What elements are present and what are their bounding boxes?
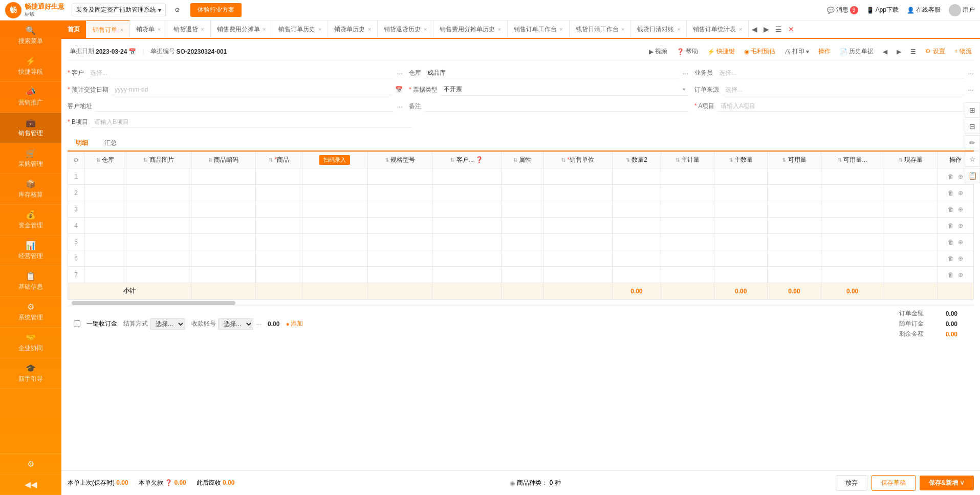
- history-btn[interactable]: 📄 历史单据: [838, 46, 876, 57]
- warehouse-input[interactable]: [424, 68, 679, 78]
- save-draft-btn[interactable]: 保存草稿: [872, 475, 916, 491]
- sidebar-item-business[interactable]: 📊 经营管理: [0, 235, 61, 266]
- app-download-item[interactable]: 📱 App下载: [866, 6, 899, 14]
- tab-close-icon[interactable]: ×: [201, 27, 204, 32]
- sidebar-item-guide[interactable]: 🎓 新手引导: [0, 358, 61, 389]
- cell-qty2[interactable]: [613, 168, 661, 185]
- cell-warehouse[interactable]: [84, 168, 126, 185]
- cell-customer-code[interactable]: [432, 168, 502, 185]
- settings-icon[interactable]: ⚙: [169, 2, 185, 18]
- copy-icon[interactable]: ⊕: [958, 255, 963, 262]
- copy-icon[interactable]: ⊕: [958, 271, 963, 278]
- tab-sales-order[interactable]: 销售订单 ×: [86, 20, 130, 38]
- th-image[interactable]: ⇅ 商品图片: [126, 152, 191, 168]
- form-settings-btn[interactable]: ⚙ 设置: [923, 46, 947, 57]
- tab-close-icon[interactable]: ×: [560, 27, 563, 32]
- save-new-btn[interactable]: 保存&新增 ∨: [920, 476, 974, 490]
- tab-detail[interactable]: 明细: [68, 136, 96, 152]
- tab-return-history[interactable]: 销货退货历史 ×: [378, 20, 433, 38]
- b-project-input[interactable]: [91, 117, 412, 127]
- delivery-input[interactable]: [112, 84, 392, 95]
- address-expand-btn[interactable]: ···: [397, 102, 403, 111]
- shortcut-btn[interactable]: ⚡ 快捷键: [705, 46, 737, 57]
- a-project-input[interactable]: [717, 101, 974, 112]
- order-source-input[interactable]: [722, 84, 965, 95]
- th-available[interactable]: ⇅ 可用量: [768, 152, 821, 168]
- delete-icon[interactable]: 🗑: [948, 255, 954, 262]
- tab-close-icon[interactable]: ×: [318, 27, 321, 32]
- list-view-btn[interactable]: ☰: [908, 47, 918, 56]
- copy-icon[interactable]: ⊕: [958, 206, 963, 213]
- tab-close-all-btn[interactable]: ✕: [785, 20, 797, 38]
- account-select[interactable]: 选择...: [218, 318, 253, 330]
- print-btn[interactable]: 🖨 打印 ▾: [782, 46, 811, 57]
- sidebar-item-nav[interactable]: ⚡ 快捷导航: [0, 51, 61, 82]
- table-scrollbar[interactable]: [68, 299, 974, 306]
- cell-action[interactable]: 🗑 ⊕: [937, 234, 973, 250]
- industry-btn[interactable]: 体验行业方案: [190, 3, 242, 17]
- video-btn[interactable]: ▶ 视频: [647, 46, 669, 57]
- cell-code[interactable]: [191, 168, 256, 185]
- remark-input[interactable]: [424, 101, 688, 112]
- th-main-qty[interactable]: ⇅ 主数量: [714, 152, 768, 168]
- th-customer-code[interactable]: ⇅ 客户... ❓: [432, 152, 502, 168]
- sidebar-item-settings[interactable]: ⚙: [0, 454, 61, 475]
- user-item[interactable]: 用户: [949, 4, 975, 16]
- add-col-btn[interactable]: + 物流: [952, 46, 974, 57]
- th-warehouse[interactable]: ⇅ 仓库: [84, 152, 126, 168]
- prev-record-btn[interactable]: ◀: [881, 47, 889, 56]
- cell-scan[interactable]: [302, 168, 368, 185]
- th-main-unit[interactable]: ⇅ 主计量: [661, 152, 714, 168]
- cell-action[interactable]: 🗑 ⊕: [937, 185, 973, 201]
- cell-main-unit[interactable]: [661, 168, 714, 185]
- scan-btn[interactable]: 扫码录入: [319, 155, 350, 165]
- tab-close-icon[interactable]: ×: [368, 27, 371, 32]
- cell-action[interactable]: 🗑 ⊕: [937, 218, 973, 234]
- right-tool-1[interactable]: ⊞: [965, 102, 980, 118]
- sidebar-item-finance[interactable]: 💰 资金管理: [0, 205, 61, 235]
- tab-close-icon[interactable]: ×: [677, 27, 680, 32]
- sidebar-item-inventory[interactable]: 📦 库存核算: [0, 174, 61, 205]
- th-scan[interactable]: 扫码录入: [302, 152, 368, 168]
- cell-stock[interactable]: [884, 168, 937, 185]
- th-goods[interactable]: ⇅ *商品: [256, 152, 302, 168]
- th-attr[interactable]: ⇅ 属性: [501, 152, 543, 168]
- sidebar-item-basics[interactable]: 📋 基础信息: [0, 266, 61, 297]
- right-tool-5[interactable]: 📋: [965, 168, 980, 183]
- tab-expense-split[interactable]: 销售费用分摊单 ×: [211, 20, 273, 38]
- tab-close-icon[interactable]: ×: [120, 27, 123, 33]
- next-record-btn[interactable]: ▶: [895, 47, 903, 56]
- sidebar-item-search[interactable]: 🔍 搜索菜单: [0, 20, 61, 51]
- th-unit[interactable]: ⇅ *销售单位: [543, 152, 613, 168]
- sidebar-item-system[interactable]: ⚙ 系统管理: [0, 297, 61, 328]
- copy-icon[interactable]: ⊕: [958, 222, 963, 229]
- th-qty2[interactable]: ⇅ 数量2: [613, 152, 661, 168]
- calendar-icon[interactable]: 📅: [128, 48, 136, 55]
- one-click-checkbox[interactable]: [74, 320, 80, 327]
- cell-available2[interactable]: [821, 168, 884, 185]
- th-settings[interactable]: ⚙: [68, 152, 84, 168]
- th-spec[interactable]: ⇅ 规格型号: [367, 152, 432, 168]
- delete-icon[interactable]: 🗑: [948, 271, 954, 278]
- sidebar-item-purchase[interactable]: 🛒 采购管理: [0, 143, 61, 174]
- online-service-item[interactable]: 👤 在线客服: [907, 6, 941, 14]
- question-icon[interactable]: ❓: [165, 479, 172, 486]
- delete-icon[interactable]: 🗑: [948, 239, 954, 246]
- cell-image[interactable]: [126, 168, 191, 185]
- tab-close-icon[interactable]: ×: [739, 27, 742, 32]
- message-item[interactable]: 💬 消息 9: [827, 6, 858, 14]
- tab-daily-workbench[interactable]: 钱货日清工作台 ×: [570, 20, 631, 38]
- abandon-btn[interactable]: 放弃: [836, 475, 867, 491]
- staff-expand-btn[interactable]: ···: [968, 69, 974, 77]
- delete-icon[interactable]: 🗑: [948, 189, 954, 197]
- tab-expense-history[interactable]: 销售费用分摊单历史 ×: [433, 20, 508, 38]
- cell-action[interactable]: 🗑 ⊕: [937, 267, 973, 283]
- tab-menu-btn[interactable]: ☰: [772, 20, 785, 38]
- cell-spec[interactable]: [367, 168, 432, 185]
- cell-attr[interactable]: [501, 168, 543, 185]
- tab-order-workbench[interactable]: 销售订单工作台 ×: [508, 20, 570, 38]
- th-available2[interactable]: ⇅ 可用量...: [821, 152, 884, 168]
- tab-close-icon[interactable]: ×: [498, 27, 501, 32]
- system-selector[interactable]: 装备及固定资产辅助管理系统 ▾: [72, 4, 166, 16]
- address-input[interactable]: [95, 101, 394, 112]
